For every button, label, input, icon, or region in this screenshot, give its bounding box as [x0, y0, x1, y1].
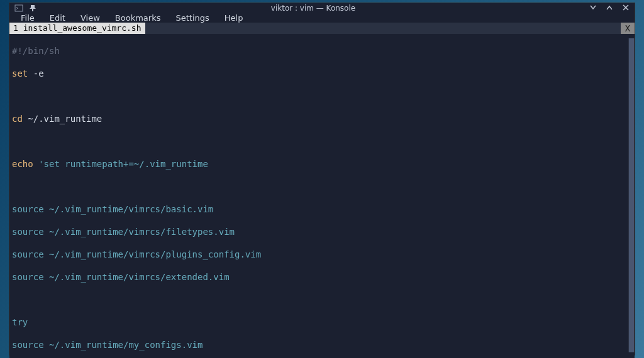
menu-help[interactable]: Help	[225, 13, 243, 23]
code-line	[12, 181, 632, 192]
scrollbar-thumb[interactable]	[629, 38, 634, 352]
menu-file[interactable]: File	[21, 13, 35, 23]
menu-settings[interactable]: Settings	[175, 13, 209, 23]
close-button[interactable]	[622, 3, 630, 13]
minimize-button[interactable]	[589, 3, 597, 13]
code-line: source ~/.vim_runtime/my_configs.vim	[12, 339, 632, 350]
buffer[interactable]: #!/bin/sh set -e cd ~/.vim_runtime echo …	[9, 34, 635, 358]
code-line: source ~/.vim_runtime/vimrcs/basic.vim	[12, 203, 632, 215]
pin-icon[interactable]	[28, 4, 37, 13]
window-controls	[589, 3, 630, 13]
menu-view[interactable]: View	[80, 13, 100, 23]
code-line: #!/bin/sh	[12, 45, 632, 57]
code-line: echo 'set runtimepath+=~/.vim_runtime	[12, 158, 632, 170]
code-line: source ~/.vim_runtime/vimrcs/plugins_con…	[12, 249, 632, 260]
code-line: cd ~/.vim_runtime	[12, 113, 632, 124]
scrollbar[interactable]	[628, 38, 635, 352]
menu-edit[interactable]: Edit	[50, 13, 65, 23]
tab-number: 1	[13, 23, 18, 34]
code-line	[12, 136, 632, 147]
code-line	[12, 294, 632, 305]
titlebar: viktor : vim — Konsole	[9, 3, 635, 13]
tab-active[interactable]: 1 install_awesome_vimrc.sh	[9, 23, 145, 34]
code-line: try	[12, 317, 632, 328]
menubar: File Edit View Bookmarks Settings Help	[9, 13, 635, 23]
code-line: source ~/.vim_runtime/vimrcs/filetypes.v…	[12, 226, 632, 237]
code-line: source ~/.vim_runtime/vimrcs/extended.vi…	[12, 271, 632, 283]
tab-label: install_awesome_vimrc.sh	[23, 23, 142, 34]
tabline: 1 install_awesome_vimrc.sh X	[9, 23, 635, 34]
editor: 1 install_awesome_vimrc.sh X #!/bin/sh s…	[9, 23, 635, 358]
tab-close[interactable]: X	[621, 23, 635, 34]
window-title: viktor : vim — Konsole	[37, 4, 589, 13]
titlebar-left	[14, 4, 37, 13]
menu-bookmarks[interactable]: Bookmarks	[115, 13, 161, 23]
code-line: set -e	[12, 68, 632, 79]
svg-rect-0	[15, 5, 23, 11]
terminal-icon	[14, 4, 23, 13]
maximize-button[interactable]	[606, 3, 613, 13]
konsole-window: viktor : vim — Konsole File Edit View Bo…	[9, 3, 635, 355]
code-line	[12, 90, 632, 102]
